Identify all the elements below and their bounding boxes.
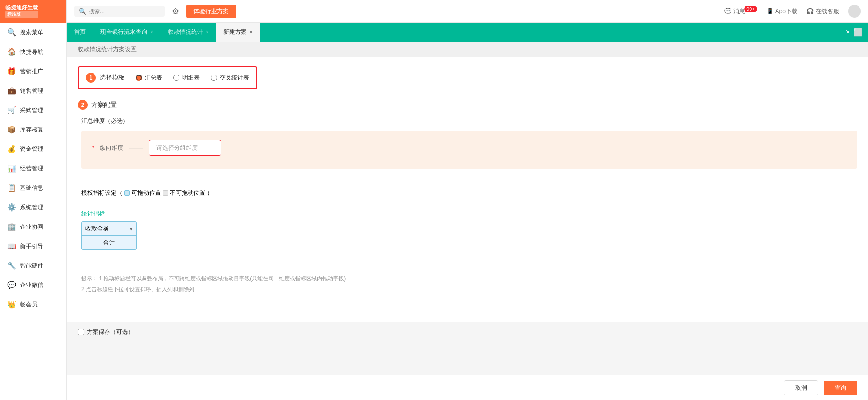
radio-cross-label: 交叉统计表 — [220, 74, 249, 82]
radio-cross[interactable]: 交叉统计表 — [211, 74, 249, 82]
radio-summary-input[interactable] — [136, 75, 142, 81]
industry-btn[interactable]: 体验行业方案 — [186, 5, 236, 18]
sidebar-item-label: 库存核算 — [20, 126, 43, 134]
sidebar-item-inventory[interactable]: 📦 库存核算 — [0, 120, 66, 139]
sidebar-item-operations[interactable]: 📊 经营管理 — [0, 159, 66, 178]
radio-cross-input[interactable] — [211, 75, 217, 81]
page-title: 收款情况统计方案设置 — [78, 46, 137, 52]
stats-label: 统计指标 — [81, 210, 857, 218]
header-right: 💬 消息 99+ 📱 App下载 🎧 在线客服 — [724, 5, 861, 18]
sidebar-item-label: 智能硬件 — [20, 262, 43, 270]
stats-area: 统计指标 收款金额 ▾ 合计 — [81, 202, 857, 259]
minimize-icon[interactable]: × — [846, 28, 850, 36]
content-area: 1 选择模板 汇总表 明细表 交叉统计表 — [67, 57, 868, 322]
sidebar-item-enterprise[interactable]: 🏢 企业协同 — [0, 217, 66, 236]
vertical-dim-row: * 纵向维度 —— 请选择分组维度 — [92, 140, 846, 156]
crown-icon: 👑 — [7, 300, 16, 309]
app-logo: 畅捷通好生意 标准版 — [0, 0, 66, 23]
sidebar-item-wechat[interactable]: 💬 企业微信 — [0, 275, 66, 295]
close-bracket: ） — [207, 189, 213, 197]
sidebar-item-guide[interactable]: 📖 新手引导 — [0, 236, 66, 256]
message-btn[interactable]: 💬 消息 99+ — [724, 7, 757, 15]
close-tab-icon[interactable]: × — [206, 29, 209, 35]
not-draggable-dot — [163, 190, 168, 196]
tab-receipts[interactable]: 收款情况统计 × — [160, 23, 216, 42]
sidebar-item-label: 搜索菜单 — [20, 28, 43, 37]
sidebar-item-purchase[interactable]: 🛒 采购管理 — [0, 100, 66, 120]
sidebar-item-search[interactable]: 🔍 搜索菜单 — [0, 23, 66, 42]
header-search-box[interactable]: 🔍 — [74, 6, 165, 17]
section-divider — [81, 176, 857, 176]
sidebar-item-label: 企业微信 — [20, 281, 43, 289]
save-checkbox[interactable] — [78, 329, 84, 335]
tool-icon: 🔧 — [7, 261, 16, 270]
radio-summary[interactable]: 汇总表 — [136, 74, 162, 82]
money-icon: 💰 — [7, 145, 16, 153]
metrics-section: 模板指标设定（ 可拖动位置 不可拖动位置 ） — [81, 182, 857, 266]
sidebar-item-marketing[interactable]: 🎁 营销推广 — [0, 61, 66, 81]
radio-detail[interactable]: 明细表 — [173, 74, 200, 82]
main-area: 🔍 ⚙ 体验行业方案 💬 消息 99+ 📱 App下载 🎧 在线客服 首页 — [67, 0, 868, 400]
chat-icon: 💬 — [7, 281, 16, 289]
tab-label: 现金银行流水查询 — [100, 28, 147, 36]
chart-icon: 📊 — [7, 164, 16, 173]
tip-line1: 提示： 1.拖动标题栏可以调整布局，不可跨维度或指标区域拖动目字段(只能在同一维… — [81, 273, 857, 284]
sidebar-item-basicinfo[interactable]: 📋 基础信息 — [0, 178, 66, 198]
sales-icon: 💼 — [7, 86, 16, 95]
save-option-label: 方案保存（可选） — [87, 328, 134, 336]
page-title-bar: 收款情况统计方案设置 — [67, 42, 868, 57]
sidebar-item-system[interactable]: ⚙️ 系统管理 — [0, 198, 66, 217]
hint-not-draggable: 不可拖动位置 — [163, 189, 205, 197]
stats-amount-tag[interactable]: 收款金额 ▾ — [82, 222, 136, 236]
tab-bar: 首页 现金银行流水查询 × 收款情况统计 × 新建方案 × × ⬜ — [67, 23, 868, 42]
sidebar-item-label: 畅会员 — [20, 301, 38, 309]
query-button[interactable]: 查询 — [824, 381, 857, 395]
dim-select-input[interactable]: 请选择分组维度 — [149, 140, 221, 156]
sidebar-item-hardware[interactable]: 🔧 智能硬件 — [0, 256, 66, 275]
message-label: 消息 — [733, 7, 745, 15]
app-badge: 标准版 — [5, 11, 38, 18]
sidebar-item-label: 经营管理 — [20, 165, 43, 173]
stats-subtag-label: 合计 — [103, 239, 115, 246]
sidebar-item-label: 企业协同 — [20, 223, 43, 231]
gift-icon: 🎁 — [7, 67, 16, 75]
sidebar-item-label: 新手引导 — [20, 242, 43, 250]
step1-section: 1 选择模板 汇总表 明细表 交叉统计表 — [78, 66, 857, 89]
tab-cashflow[interactable]: 现金银行流水查询 × — [93, 23, 160, 42]
sidebar-item-finance[interactable]: 💰 资金管理 — [0, 139, 66, 159]
sidebar-item-quicknav[interactable]: 🏠 快捷导航 — [0, 42, 66, 61]
sidebar-item-label: 销售管理 — [20, 87, 43, 95]
close-tab-icon[interactable]: × — [250, 29, 253, 35]
online-service-label: 在线客服 — [816, 7, 839, 15]
service-icon: 🎧 — [807, 8, 814, 14]
template-select-row: 1 选择模板 汇总表 明细表 交叉统计表 — [78, 66, 257, 89]
settings-icon[interactable]: ⚙ — [172, 6, 179, 16]
box-icon: 📦 — [7, 125, 16, 134]
avatar[interactable] — [848, 5, 861, 18]
maximize-icon[interactable]: ⬜ — [854, 28, 863, 37]
online-service-btn[interactable]: 🎧 在线客服 — [807, 7, 839, 15]
step1-label: 选择模板 — [99, 74, 125, 82]
radio-detail-input[interactable] — [173, 75, 179, 81]
save-option-row: 方案保存（可选） — [67, 322, 868, 343]
tab-new-plan[interactable]: 新建方案 × — [216, 23, 260, 42]
sidebar-item-member[interactable]: 👑 畅会员 — [0, 295, 66, 314]
step1-header: 1 选择模板 汇总表 明细表 交叉统计表 — [78, 66, 857, 89]
home-icon: 🏠 — [7, 47, 16, 56]
tab-label: 新建方案 — [223, 28, 247, 36]
sidebar-item-label: 营销推广 — [20, 67, 43, 75]
cancel-button[interactable]: 取消 — [784, 380, 818, 395]
sidebar-item-sales[interactable]: 💼 销售管理 — [0, 81, 66, 100]
hint-not-draggable-label: 不可拖动位置 — [170, 189, 205, 197]
tab-home[interactable]: 首页 — [67, 23, 93, 42]
step2-header: 2 方案配置 — [78, 100, 857, 110]
close-tab-icon[interactable]: × — [150, 29, 153, 35]
app-download-label: App下载 — [775, 7, 797, 15]
arrow-icon: —— — [129, 144, 143, 152]
app-download-btn[interactable]: 📱 App下载 — [766, 7, 797, 15]
search-input[interactable] — [89, 8, 152, 14]
tab-label: 收款情况统计 — [168, 28, 203, 36]
draggable-dot — [124, 190, 130, 196]
step2-label: 方案配置 — [91, 101, 117, 109]
stats-tag-label: 收款金额 — [85, 225, 109, 233]
